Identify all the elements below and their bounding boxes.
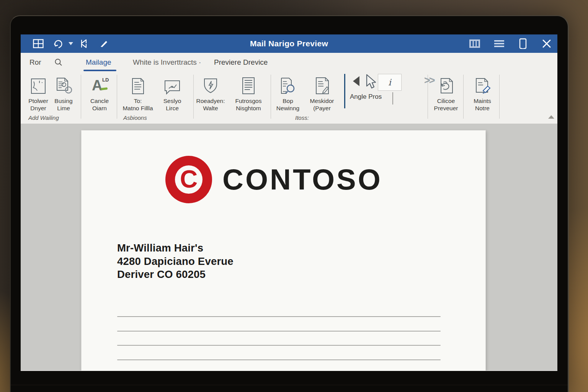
recipient-address-block: Mr-William Hair's 4280 Dapiciano Everue … <box>117 242 234 281</box>
letter-page[interactable]: C CONTOSO Mr-William Hair's 4280 Dapicia… <box>81 130 486 371</box>
tab-mailings[interactable]: Mailage <box>86 53 111 72</box>
active-tab-underline <box>83 70 116 71</box>
greeting-line-icon <box>55 75 72 95</box>
ribbon-button-address-line[interactable]: Seslyo Lirce <box>155 75 190 118</box>
recipient-city: Deriver CO 60205 <box>117 268 234 281</box>
recipient-street: 4280 Dapiciano Everue <box>117 255 234 268</box>
nav-pointer-button[interactable] <box>364 74 377 89</box>
text-cursor <box>392 92 393 105</box>
back-triangle-icon <box>353 76 359 86</box>
group-divider-highlight <box>344 74 345 108</box>
title-bar: Mail Narigo Preview <box>21 34 557 53</box>
photo-background: Mail Narigo Preview <box>0 0 588 392</box>
document-canvas: C CONTOSO Mr-William Hair's 4280 Dapicia… <box>21 124 557 371</box>
close-icon[interactable] <box>537 34 557 53</box>
contoso-logo-text: CONTOSO <box>222 163 382 196</box>
ribbon-button-rules[interactable]: Roeadyen: Walte <box>192 75 229 118</box>
ribbon-button-find-recipient[interactable]: Bop Newinng <box>270 75 306 118</box>
rule-line <box>117 316 441 317</box>
recipient-name: Mr-William Hair's <box>117 242 234 255</box>
ribbon-button-finish-merge[interactable]: Maints Notre <box>465 75 500 118</box>
group-label-itoss: Itoss: <box>295 114 309 121</box>
menu-icon[interactable] <box>489 34 509 53</box>
ribbon-button-merge-field[interactable]: A LD Cancle Oiarn <box>82 75 117 118</box>
document-lines-icon <box>130 75 145 95</box>
ribbon-button-greeting-line[interactable]: Busing Lime <box>46 75 81 118</box>
tab-hint-text[interactable]: White is Inverttracts · <box>133 53 201 72</box>
redo-flag-icon[interactable] <box>76 34 93 53</box>
rule-line <box>117 359 441 360</box>
tab-file[interactable]: Ror <box>29 53 41 72</box>
app-window: Mail Narigo Preview <box>21 34 557 371</box>
search-icon[interactable] <box>54 53 63 72</box>
undo-icon[interactable] <box>51 34 66 53</box>
ribbon-button-preview-results[interactable]: Cilicoe Preveuer <box>428 75 464 118</box>
group-label-add-wailing: Add Wailing <box>28 114 59 121</box>
rule-line <box>117 345 441 346</box>
cursor-arrow-icon <box>364 74 377 89</box>
laptop-hinge <box>11 385 568 386</box>
columns-icon[interactable] <box>465 34 485 53</box>
rule-line <box>117 331 441 332</box>
table-grid-icon[interactable] <box>30 34 47 53</box>
ribbon-button-check-errors[interactable]: Meskidor (Payer <box>304 75 340 118</box>
ribbon-button-to-field[interactable]: To: Matno Fillla <box>116 75 159 118</box>
nav-group-label: Angle Pros <box>350 93 382 101</box>
laptop-bezel: Mail Narigo Preview <box>10 15 569 392</box>
contoso-logo-icon: C <box>165 156 212 203</box>
phone-icon[interactable] <box>513 34 533 53</box>
ribbon-button-match-fields[interactable]: Futrosgos Nisghtom <box>229 75 268 118</box>
ribbon-tab-row: Ror Mailage White is Inverttracts · Prev… <box>21 53 557 72</box>
document-list-icon <box>241 75 256 95</box>
document-pen-icon <box>313 75 331 95</box>
speech-bubble-icon <box>163 75 181 95</box>
nav-info-button[interactable]: i <box>378 74 402 91</box>
tab-preview-results[interactable]: Previere Drevice <box>214 53 268 72</box>
document-refresh-icon <box>437 75 455 95</box>
address-block-icon <box>30 75 46 95</box>
document-magnifier-icon <box>279 75 297 95</box>
group-label-asbioons: Asbioons <box>123 114 147 121</box>
collapse-ribbon-button[interactable] <box>548 115 554 119</box>
merge-field-icon: A LD <box>90 75 109 95</box>
dropdown-caret-icon[interactable] <box>66 34 76 53</box>
document-bluepen-icon <box>473 75 492 95</box>
nav-back-button[interactable] <box>353 76 359 86</box>
ribbon: Ptolwer Dnyer Busing Lime Add Wailing A … <box>21 72 557 124</box>
shield-bolt-icon <box>202 75 219 95</box>
green-tilde <box>101 87 108 90</box>
body-rule-lines <box>117 316 441 371</box>
pencil-icon[interactable] <box>96 34 111 53</box>
